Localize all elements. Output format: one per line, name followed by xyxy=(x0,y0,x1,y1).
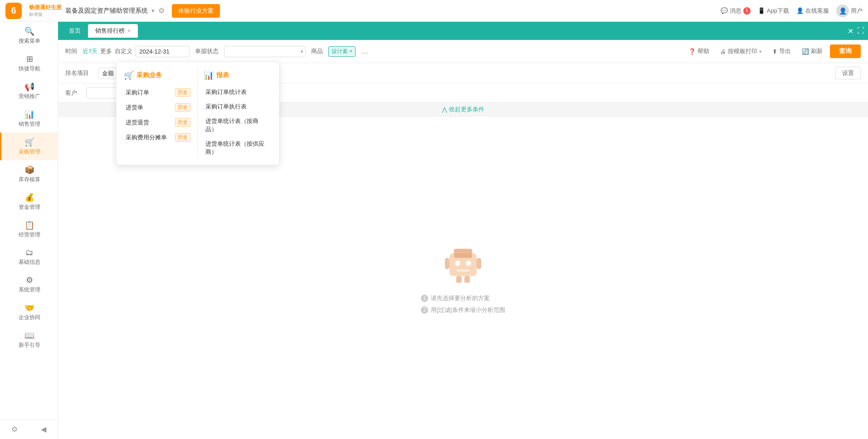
online-service-btn[interactable]: 👤 在线客服 xyxy=(796,7,829,15)
tab-home[interactable]: 首页 xyxy=(62,24,88,38)
status-select[interactable] xyxy=(224,46,306,57)
messages-badge: 5 xyxy=(743,7,751,15)
sidebar-item-sales[interactable]: 📊 销售管理 xyxy=(0,105,58,133)
sidebar-item-purchase[interactable]: 🛒 采购管理 xyxy=(0,133,58,160)
status-select-wrapper: ▾ xyxy=(224,46,306,57)
print-dropdown-icon[interactable]: ▾ xyxy=(759,49,761,54)
print-icon: 🖨 xyxy=(720,48,726,55)
report-menu-icon: 📊 xyxy=(204,70,214,80)
svg-rect-5 xyxy=(445,258,449,269)
help-btn[interactable]: ❓ 帮助 xyxy=(685,45,713,57)
tab-close-icon[interactable]: × xyxy=(127,28,131,34)
history-tag-return: 历史 xyxy=(175,118,190,127)
dropdown-purchase-col: 🛒 采购业务 采购订单 历史 进货单 历史 进货退货 xyxy=(120,68,196,159)
time-option-7days[interactable]: 近7天 xyxy=(83,47,98,55)
svg-rect-1 xyxy=(454,249,472,258)
step-2-num: 2 xyxy=(421,306,428,314)
sidebar-item-quick-nav[interactable]: ⊞ 快捷导航 xyxy=(0,49,58,77)
tab-sales-rank[interactable]: 销售排行榜 × xyxy=(88,24,138,38)
refresh-icon: 🔄 xyxy=(802,48,809,55)
time-option-more[interactable]: 更多 xyxy=(100,47,112,55)
step-1-num: 1 xyxy=(421,295,428,302)
dropdown-item-inbound[interactable]: 进货单 历史 xyxy=(124,100,192,115)
status-label: 单据状态 xyxy=(195,47,219,55)
sidebar: 🔍 搜索菜单 ⊞ 快捷导航 📢 营销推广 📊 销售管理 🛒 采购管理 📦 xyxy=(0,22,58,439)
history-tag-inbound: 历史 xyxy=(175,103,190,112)
sidebar-bottom: ⚙ ◀ xyxy=(0,419,58,439)
dropdown-item-order-stats[interactable]: 采购订单统计表 xyxy=(204,85,272,99)
header-actions: ❓ 帮助 🖨 按模板打印 ▾ ⬆ 导出 🔄 刷新 xyxy=(685,44,861,58)
logo-tagline: 畅捷通好生意 xyxy=(29,4,62,11)
export-btn[interactable]: ⬆ 导出 xyxy=(769,45,795,57)
empty-step-2: 2 用[过滤]条件来缩小分析范围 xyxy=(421,304,505,316)
user-avatar: 👤 xyxy=(836,5,849,17)
sidebar-item-guide[interactable]: 📖 新手引导 xyxy=(0,326,58,354)
goods-more-btn[interactable]: … xyxy=(361,47,368,55)
svg-rect-6 xyxy=(477,258,481,269)
sidebar-item-marketing[interactable]: 📢 营销推广 xyxy=(0,77,58,105)
refresh-btn[interactable]: 🔄 刷新 xyxy=(798,45,826,57)
dropdown-item-expense[interactable]: 采购费用分摊单 历史 xyxy=(124,130,192,145)
content-area: 首页 销售排行榜 × ✕ ⛶ 时间 近7天 更多 自定义 xyxy=(58,22,868,439)
logo-area: 6 xyxy=(5,3,22,19)
empty-text: 1 请先选择要分析的方案 2 用[过滤]条件来缩小分析范围 xyxy=(421,292,505,316)
dropdown-item-inbound-stats-supplier[interactable]: 进货单统计表（按供应商） xyxy=(204,137,272,159)
guide-icon: 📖 xyxy=(24,330,34,340)
goods-tag-close[interactable]: × xyxy=(349,48,352,54)
empty-step-1: 1 请先选择要分析的方案 xyxy=(421,292,505,304)
sys-arrow-icon[interactable]: ▾ xyxy=(151,7,155,14)
print-btn[interactable]: 🖨 按模板打印 ▾ xyxy=(717,45,765,57)
tab-window-expand-icon[interactable]: ⛶ xyxy=(857,27,864,35)
collapse-up-icon: ⋀ xyxy=(442,106,447,113)
tab-bar: 首页 销售排行榜 × ✕ ⛶ xyxy=(58,22,868,40)
sidebar-item-inventory[interactable]: 📦 库存核算 xyxy=(0,160,58,188)
dropdown-report-col: 📊 报表 采购订单统计表 采购订单执行表 进货单统计表（按商品） xyxy=(200,68,276,159)
sidebar-item-finance[interactable]: 💰 资金管理 xyxy=(0,188,58,216)
sidebar-settings-btn[interactable]: ⚙ xyxy=(11,425,18,434)
sidebar-item-system[interactable]: ⚙ 系统管理 xyxy=(0,271,58,298)
search-icon: 🔍 xyxy=(24,26,34,36)
dropdown-item-inbound-stats-goods[interactable]: 进货单统计表（按商品） xyxy=(204,114,272,137)
dropdown-columns: 🛒 采购业务 采购订单 历史 进货单 历史 进货退货 xyxy=(117,68,279,159)
app-download-btn[interactable]: 📱 App下载 xyxy=(758,7,789,15)
svg-rect-8 xyxy=(464,276,470,283)
sidebar-item-enterprise[interactable]: 🤝 企业协同 xyxy=(0,298,58,326)
top-bar-right: 💬 消息 5 📱 App下载 👤 在线客服 👤 用户 xyxy=(721,5,863,17)
basic-info-icon: 🗂 xyxy=(25,248,34,257)
sidebar-item-basic-info[interactable]: 🗂 基础信息 xyxy=(0,243,58,271)
dropdown-item-purchase-order[interactable]: 采购订单 历史 xyxy=(124,85,192,100)
svg-point-2 xyxy=(455,261,460,266)
industry-btn[interactable]: 体验行业方案 xyxy=(172,4,220,18)
operations-icon: 📋 xyxy=(24,220,34,230)
time-option-custom[interactable]: 自定义 xyxy=(115,47,132,55)
svg-rect-4 xyxy=(456,270,470,271)
customer-label: 客户 xyxy=(65,89,77,97)
query-btn[interactable]: 查询 xyxy=(830,44,861,58)
time-end-input[interactable] xyxy=(135,46,190,57)
dropdown-purchase-title: 🛒 采购业务 xyxy=(124,68,192,85)
sidebar-item-search[interactable]: 🔍 搜索菜单 xyxy=(0,22,58,49)
purchase-icon: 🛒 xyxy=(24,137,34,147)
dropdown-report-title: 📊 报表 xyxy=(204,68,272,85)
sidebar-collapse-btn[interactable]: ◀ xyxy=(41,425,46,434)
messages-btn[interactable]: 💬 消息 5 xyxy=(721,7,751,15)
app-container: 6 畅捷通好生意 标准版 装备及固定资产辅助管理系统 ▾ ⚙ 体验行业方案 💬 … xyxy=(0,0,868,439)
sidebar-item-operations[interactable]: 📋 经营管理 xyxy=(0,216,58,243)
top-bar: 6 畅捷通好生意 标准版 装备及固定资产辅助管理系统 ▾ ⚙ 体验行业方案 💬 … xyxy=(0,0,868,22)
main-area: 🔍 搜索菜单 ⊞ 快捷导航 📢 营销推广 📊 销售管理 🛒 采购管理 📦 xyxy=(0,22,868,439)
dropdown-item-order-exec[interactable]: 采购订单执行表 xyxy=(204,99,272,114)
collapse-label: 收起更多条件 xyxy=(449,105,484,113)
export-icon: ⬆ xyxy=(772,48,777,55)
dropdown-menu: 🛒 采购业务 采购订单 历史 进货单 历史 进货退货 xyxy=(116,62,279,165)
settings-btn[interactable]: 设置 xyxy=(835,67,861,79)
purchase-menu-icon: 🛒 xyxy=(124,70,134,80)
dropdown-divider xyxy=(198,68,198,159)
tab-controls: ✕ ⛶ xyxy=(848,27,864,35)
gear-icon[interactable]: ⚙ xyxy=(158,6,165,15)
tab-window-close-icon[interactable]: ✕ xyxy=(848,27,853,35)
history-tag-expense: 历史 xyxy=(175,133,190,142)
inventory-icon: 📦 xyxy=(24,165,34,175)
dropdown-item-return[interactable]: 进货退货 历史 xyxy=(124,115,192,130)
logo-sub: 标准版 xyxy=(29,11,62,17)
user-btn[interactable]: 👤 用户 xyxy=(836,5,863,17)
